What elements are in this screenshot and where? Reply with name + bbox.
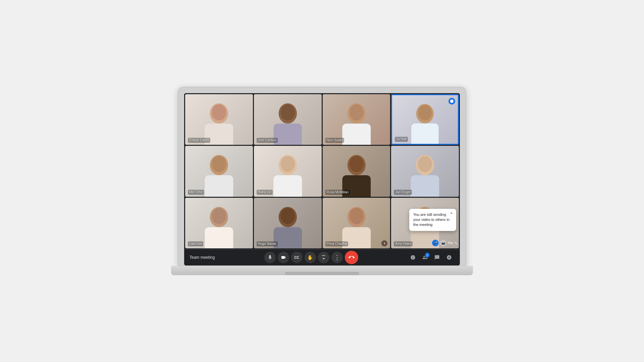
activities-button[interactable] xyxy=(444,252,454,263)
participant-tile-9: Lani Lee xyxy=(185,198,253,248)
participant-name-8: Jad Roger xyxy=(394,190,412,195)
participant-tile-12-you: × You are still sending your video to ot… xyxy=(391,198,459,248)
svg-rect-7 xyxy=(342,124,371,145)
laptop-base xyxy=(171,266,473,275)
participant-tile-4: Jo Hall xyxy=(391,94,459,145)
svg-point-23 xyxy=(418,156,432,172)
tooltip-popup: × You are still sending your video to ot… xyxy=(409,209,456,231)
end-call-button[interactable] xyxy=(345,251,358,264)
participant-name-1: Chase Carter xyxy=(188,138,210,143)
participant-name-6: Hana Lin xyxy=(257,190,273,195)
you-tile-controls: 🎤 📷 You ⤡ xyxy=(432,240,458,246)
svg-rect-16 xyxy=(273,175,302,197)
microphone-button[interactable] xyxy=(264,252,276,263)
participant-tile-3: Nico Suiter xyxy=(323,94,390,145)
svg-point-11 xyxy=(418,105,432,120)
you-mic-icon[interactable]: 🎤 xyxy=(432,240,439,246)
participant-name-11: Priya Chadha xyxy=(325,241,348,246)
captions-button[interactable]: CC xyxy=(291,252,303,263)
mute-icon-11: 🔇 xyxy=(381,240,387,246)
participant-tile-11: 🔇 Priya Chadha xyxy=(323,198,390,248)
svg-point-8 xyxy=(349,104,363,120)
participant-tile-7: Rosa McMillan xyxy=(323,146,390,196)
svg-rect-13 xyxy=(205,175,233,197)
video-grid: Chase Carter Joel Carlson xyxy=(184,93,460,249)
svg-point-26 xyxy=(212,208,226,224)
meeting-title: Team meeting xyxy=(190,255,215,260)
raise-hand-button[interactable]: ✋ xyxy=(305,252,316,263)
participant-name-3: Nico Suiter xyxy=(325,138,344,143)
svg-point-20 xyxy=(349,156,363,172)
participant-tile-1: Chase Carter xyxy=(185,94,253,145)
tooltip-close-button[interactable]: × xyxy=(449,211,454,216)
participant-tile-8: Jad Roger xyxy=(391,146,459,196)
participant-name-5: Mel Ortiz xyxy=(188,190,204,195)
svg-point-17 xyxy=(280,156,294,172)
svg-rect-28 xyxy=(273,227,302,248)
svg-point-14 xyxy=(212,156,226,172)
participant-tile-6: Hana Lin xyxy=(254,146,322,196)
svg-point-2 xyxy=(212,104,226,120)
svg-point-5 xyxy=(280,104,294,120)
participant-tile-5: Mel Ortiz xyxy=(185,146,253,196)
participant-tile-2: Joel Carlson xyxy=(254,94,322,145)
laptop-bezel: Chase Carter Joel Carlson xyxy=(178,87,466,266)
participant-name-9: Lani Lee xyxy=(188,241,203,246)
chat-button[interactable] xyxy=(432,252,442,263)
laptop-screen: Chase Carter Joel Carlson xyxy=(184,93,460,265)
controls-center: CC ✋ ⋮ xyxy=(264,251,358,264)
you-cam-icon[interactable]: 📷 xyxy=(440,240,446,246)
camera-button[interactable] xyxy=(278,252,289,263)
present-button[interactable] xyxy=(318,252,329,263)
you-expand-icon[interactable]: ⤡ xyxy=(454,241,458,245)
more-button[interactable]: ⋮ xyxy=(331,252,343,263)
active-speaker-indicator xyxy=(448,98,455,105)
people-badge: 2 xyxy=(425,253,430,257)
svg-rect-25 xyxy=(205,227,233,248)
participant-name-12: Amy Yates xyxy=(394,241,412,246)
laptop-wrapper: Chase Carter Joel Carlson xyxy=(171,87,473,275)
svg-rect-22 xyxy=(411,175,439,197)
participant-name-10: Hugo Navak xyxy=(257,241,278,246)
people-button[interactable]: 2 xyxy=(420,252,430,263)
info-button[interactable] xyxy=(408,252,418,263)
participant-tile-10: Hugo Navak xyxy=(254,198,322,248)
meeting-bar: Team meeting CC ✋ xyxy=(184,249,460,265)
participant-name-4: Jo Hall xyxy=(395,137,408,142)
tooltip-text: You are still sending your video to othe… xyxy=(413,213,449,227)
svg-rect-10 xyxy=(411,123,438,144)
controls-right: 2 xyxy=(408,252,454,263)
svg-point-32 xyxy=(349,208,363,224)
participant-name-2: Joel Carlson xyxy=(257,138,278,143)
svg-point-29 xyxy=(280,208,294,224)
you-label: You xyxy=(447,241,453,245)
participant-name-7: Rosa McMillan xyxy=(325,190,350,195)
meeting-area: Chase Carter Joel Carlson xyxy=(184,93,460,265)
